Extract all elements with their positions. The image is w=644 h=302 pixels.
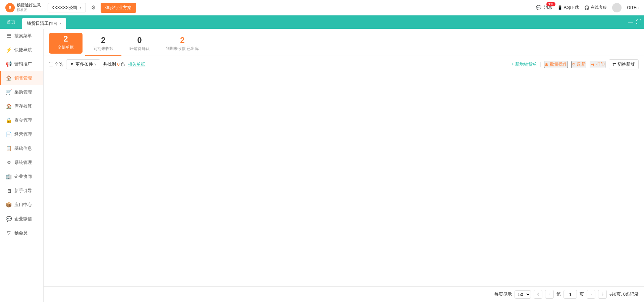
toolbar-right: + 新增销货单 ⊞ 批量操作 ↻ 刷新 🖨 打印 ⇄ 切换新版 [512, 59, 639, 69]
print-button[interactable]: 🖨 打印 [590, 61, 605, 68]
refresh-icon: ↻ [572, 62, 576, 67]
wechat-icon: 💬 [6, 216, 12, 222]
purchase-icon: 🛒 [6, 89, 12, 95]
first-page-button[interactable]: ⟪ [534, 290, 542, 299]
sidebar-label-quick-nav: 快捷导航 [14, 47, 32, 53]
sidebar-label-basic-info: 基础信息 [14, 145, 32, 152]
message-icon: 💬 [536, 5, 541, 10]
per-page-label: 每页显示 [494, 291, 512, 297]
sidebar-item-basic-info[interactable]: 📋 基础信息 [0, 141, 43, 156]
chevron-down-icon: ∨ [94, 62, 97, 66]
sidebar-label-app-center: 应用中心 [14, 202, 32, 208]
sidebar-item-system[interactable]: ⚙ 系统管理 [0, 156, 43, 170]
stat-tab-all[interactable]: 2 全部单据 [49, 33, 83, 56]
sidebar-item-marketing[interactable]: 📢 营销推广 [0, 57, 43, 71]
batch-operation-button[interactable]: ⊞ 批量操作 [544, 61, 568, 68]
trial-button[interactable]: 体验行业方案 [101, 3, 136, 13]
last-page-button[interactable]: ⟫ [598, 290, 607, 299]
guide-icon: 🖥 [6, 188, 12, 194]
sidebar-item-inventory[interactable]: 🏠 库存核算 [0, 99, 43, 113]
online-service-link[interactable]: 🎧 在线客服 [584, 5, 607, 10]
next-page-button[interactable]: › [587, 290, 595, 299]
add-sales-order-button[interactable]: + 新增销货单 [512, 61, 537, 67]
sidebar-item-guide[interactable]: 🖥 新手引导 [0, 184, 43, 198]
header-left: 6 畅捷通好生意 标准版 XXXXXX公司 ▼ ⚙ 体验行业方案 [5, 3, 136, 13]
sidebar-item-app-center[interactable]: 📦 应用中心 [0, 198, 43, 212]
chevron-down-icon: ▼ [79, 6, 82, 9]
app-download-link[interactable]: 📱 App下载 [557, 5, 579, 10]
more-filter-button[interactable]: ▼ 更多条件 ∨ [66, 59, 100, 69]
marketing-icon: 📢 [6, 61, 12, 67]
stats-tabs: 2 全部单据 2 到期未收款 0 旺铺待确认 2 到期未收款 已出库 [44, 29, 644, 56]
sidebar-item-wechat[interactable]: 💬 企业微信 [0, 212, 43, 226]
sidebar-item-finance[interactable]: 🔒 资金管理 [0, 113, 43, 127]
tab-close-icon[interactable]: × [59, 21, 61, 25]
avatar[interactable] [612, 3, 622, 12]
filter-icon: ▼ [70, 62, 74, 67]
stat-label-overdue: 到期未收款 [93, 46, 113, 52]
message-badge: 99+ [546, 2, 555, 6]
sidebar-item-sales[interactable]: 🏠 销售管理 [0, 71, 43, 85]
top-header: 6 畅捷通好生意 标准版 XXXXXX公司 ▼ ⚙ 体验行业方案 💬 99+ 消… [0, 0, 644, 15]
select-all-checkbox[interactable]: 全选 [49, 61, 63, 67]
prev-page-button[interactable]: ‹ [545, 290, 554, 299]
company-name: XXXXXX公司 [51, 5, 77, 11]
minimize-icon[interactable]: — [628, 19, 633, 25]
switch-icon: ⇄ [612, 62, 616, 67]
sidebar-label-wechat: 企业微信 [14, 216, 32, 222]
stat-tab-pending[interactable]: 0 旺铺待确认 [121, 33, 158, 56]
sidebar-item-enterprise[interactable]: 🏢 企业协同 [0, 170, 43, 184]
switch-version-button[interactable]: ⇄ 切换新版 [609, 59, 639, 69]
sidebar-item-vip[interactable]: ▽ 畅会员 [0, 226, 43, 240]
batch-icon: ⊞ [545, 62, 548, 67]
sidebar-item-search-menu[interactable]: ☰ 搜索菜单 [0, 29, 43, 43]
divider-1 [540, 62, 541, 67]
basic-info-icon: 📋 [6, 145, 12, 152]
found-text: 共找到 0 条 [103, 61, 125, 67]
stat-tab-bg-all: 2 全部单据 [49, 33, 83, 54]
select-all-input[interactable] [49, 62, 53, 66]
stat-label-pending: 旺铺待确认 [129, 46, 150, 52]
stat-num-pending: 0 [137, 36, 142, 45]
tab-bar: 首页 钱货日清工作台 × — ⛶ [0, 15, 644, 29]
filter-label: 更多条件 [75, 61, 93, 67]
logo-icon: 6 [5, 3, 15, 12]
sidebar-item-operation[interactable]: 📄 经营管理 [0, 127, 43, 141]
sidebar-label-search-menu: 搜索菜单 [14, 33, 32, 39]
sidebar-label-operation: 经营管理 [14, 131, 32, 137]
page-label: 第 [556, 291, 561, 297]
username[interactable]: OfTEn [627, 5, 639, 10]
finance-icon: 🔒 [6, 117, 12, 123]
logo-main-text: 畅捷通好生意 [17, 3, 41, 8]
operation-icon: 📄 [6, 131, 12, 137]
message-area[interactable]: 💬 99+ 消息 [536, 5, 552, 10]
maximize-icon[interactable]: ⛶ [636, 19, 641, 25]
page-input[interactable] [564, 290, 577, 299]
tab-label: 钱货日清工作台 [27, 20, 57, 26]
related-records-link[interactable]: 相关单据 [128, 61, 145, 67]
company-selector[interactable]: XXXXXX公司 ▼ [48, 3, 86, 12]
select-all-label: 全选 [55, 61, 63, 67]
per-page-select[interactable]: 50 [515, 290, 531, 299]
sidebar: ☰ 搜索菜单 ⚡ 快捷导航 📢 营销推广 🏠 销售管理 🛒 采购管理 🏠 库存核… [0, 29, 44, 302]
stat-tab-overdue[interactable]: 2 到期未收款 [85, 33, 121, 56]
inventory-icon: 🏠 [6, 103, 12, 109]
sidebar-item-purchase[interactable]: 🛒 采购管理 [0, 85, 43, 99]
stat-num-all: 2 [63, 34, 68, 44]
app-center-icon: 📦 [6, 202, 12, 208]
refresh-button[interactable]: ↻ 刷新 [571, 61, 586, 68]
settings-icon[interactable]: ⚙ [89, 3, 98, 12]
page-label-end: 页 [580, 291, 584, 297]
sidebar-label-enterprise: 企业协同 [14, 174, 32, 180]
sidebar-label-sales: 销售管理 [14, 75, 32, 81]
search-menu-icon: ☰ [6, 33, 12, 39]
stat-tab-shipped[interactable]: 2 到期未收款 已出库 [158, 33, 207, 56]
app-download-label: App下载 [564, 5, 579, 10]
toolbar: 全选 ▼ 更多条件 ∨ 共找到 0 条 相关单据 + 新增销货单 ⊞ [44, 56, 644, 73]
sidebar-label-finance: 资金管理 [14, 117, 32, 123]
vip-icon: ▽ [6, 230, 12, 236]
sidebar-item-quick-nav[interactable]: ⚡ 快捷导航 [0, 43, 43, 57]
tab-home[interactable]: 首页 [1, 15, 21, 29]
tab-current[interactable]: 钱货日清工作台 × [22, 18, 66, 29]
system-icon: ⚙ [6, 160, 12, 166]
